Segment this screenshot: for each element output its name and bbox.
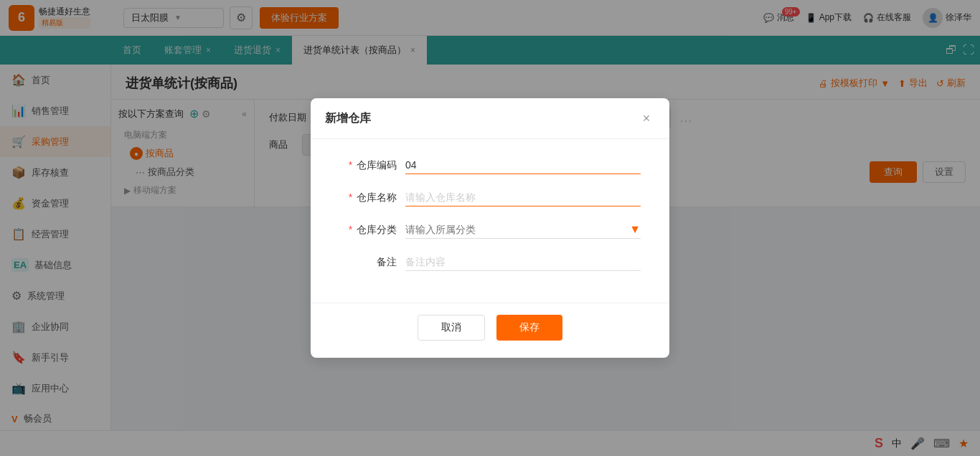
code-input[interactable] [405,156,641,174]
category-form-row: * 仓库分类 ▼ [339,221,641,239]
name-label: * 仓库名称 [339,191,397,204]
save-button[interactable]: 保存 [496,315,562,341]
category-label: * 仓库分类 [339,224,397,237]
new-warehouse-modal: 新增仓库 × * 仓库编码 * 仓库名称 [311,98,669,358]
name-required-star: * [349,191,352,203]
cancel-button[interactable]: 取消 [418,315,485,341]
name-form-row: * 仓库名称 [339,189,641,206]
category-required-star: * [349,224,352,235]
modal-close-icon[interactable]: × [638,110,655,127]
modal-header: 新增仓库 × [311,98,669,139]
modal-title: 新增仓库 [325,111,371,126]
note-label: 备注 [339,256,397,269]
code-label: * 仓库编码 [339,159,397,172]
code-required-star: * [349,159,352,171]
category-input[interactable] [405,221,629,238]
name-input[interactable] [405,189,641,206]
code-form-row: * 仓库编码 [339,156,641,174]
modal-body: * 仓库编码 * 仓库名称 * 仓库分类 [311,139,669,303]
modal-footer: 取消 保存 [311,303,669,358]
category-dropdown-icon[interactable]: ▼ [629,223,641,236]
modal-overlay: 新增仓库 × * 仓库编码 * 仓库名称 [0,0,980,456]
note-form-row: 备注 [339,253,641,271]
category-select-container: ▼ [405,221,641,239]
note-input[interactable] [405,253,641,271]
